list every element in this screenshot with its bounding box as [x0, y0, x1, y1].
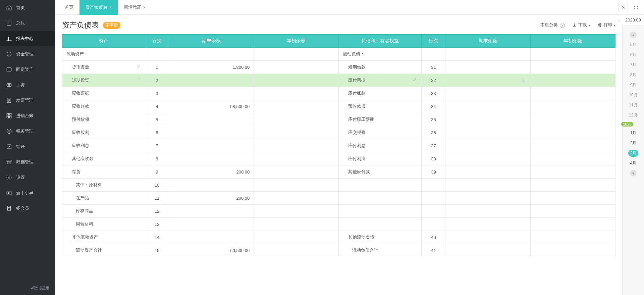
liab-cell — [339, 179, 422, 192]
endbal-cell: 1,800.00 — [169, 61, 254, 74]
sidebar-item-home[interactable]: 首页 — [0, 0, 55, 15]
balance-sheet-table: 资产 行次 期末余额 年初余额 负债和所有者权益 行次 期末余额 年初余额 流动… — [62, 34, 615, 257]
edit-icon[interactable] — [136, 64, 141, 70]
begbal-cell — [254, 100, 339, 113]
line2-cell — [422, 205, 445, 218]
table-row: 应收利息7应付利息37 — [62, 139, 615, 152]
download-label: 下载 — [578, 22, 587, 28]
edit-icon[interactable] — [413, 77, 417, 83]
sidebar-item-settings[interactable]: 设置 — [0, 170, 55, 185]
month-option[interactable]: 12月 — [627, 112, 639, 119]
sidebar: 首页总账报表中心资金管理固定资产工资发票管理进销台账税务管理结账归档管理设置新手… — [0, 0, 55, 295]
tab-label: 资产负债表 — [86, 4, 107, 10]
sidebar-item-salary[interactable]: 工资 — [0, 77, 55, 93]
sidebar-item-label: 固定资产 — [16, 66, 34, 72]
download-icon — [572, 23, 577, 28]
salary-icon — [6, 82, 12, 88]
liab-cell: 应付账款 — [339, 87, 422, 100]
reclass-toggle[interactable]: 不重分类 ? — [540, 22, 565, 28]
month-option[interactable]: 4月 — [628, 160, 639, 167]
svg-point-4 — [8, 84, 10, 86]
help-icon[interactable]: ? — [560, 23, 565, 28]
month-option[interactable]: 11月 — [627, 102, 639, 109]
month-option[interactable]: 5月 — [628, 41, 639, 48]
sidebar-item-tax[interactable]: 税务管理 — [0, 124, 55, 139]
period-down-button[interactable]: ▼ — [630, 170, 637, 177]
sidebar-item-label: 结账 — [16, 144, 25, 150]
month-option[interactable]: 6月 — [628, 51, 639, 58]
download-button[interactable]: 下载 ▾ — [572, 22, 590, 28]
sidebar-item-inventory[interactable]: 进销台账 — [0, 108, 55, 124]
expand-period-handle[interactable] — [615, 15, 622, 27]
doc-icon[interactable] — [522, 78, 526, 83]
sidebar-item-funds[interactable]: 资金管理 — [0, 46, 55, 62]
edit-icon[interactable] — [136, 77, 141, 83]
chevron-down-icon: ▾ — [613, 23, 615, 27]
tab-label: 首页 — [65, 4, 73, 10]
tab-2[interactable]: 新增凭证× — [118, 0, 152, 15]
sidebar-item-archive[interactable]: 归档管理 — [0, 154, 55, 170]
month-option[interactable]: 8月 — [628, 71, 639, 79]
tab-0[interactable]: 首页 — [59, 0, 79, 15]
table-row: 货币资金11,800.00短期借款31 — [62, 61, 615, 74]
month-option[interactable]: 3月 — [628, 150, 639, 157]
close-icon[interactable]: × — [143, 5, 146, 10]
svg-rect-12 — [7, 160, 11, 161]
sidebar-item-reports[interactable]: 报表中心 — [0, 31, 55, 46]
liab-cell: 其他流动负债 — [339, 231, 422, 244]
sidebar-item-close[interactable]: 结账 — [0, 139, 55, 154]
asset-cell: 应收票据 — [62, 87, 145, 100]
sidebar-item-assets[interactable]: 固定资产 — [0, 62, 55, 77]
table-row: 应收账款458,500.00预收款项34 — [62, 100, 615, 113]
endbal-cell — [169, 48, 254, 61]
line2-cell — [422, 179, 445, 192]
begbal-cell — [254, 139, 339, 152]
endbal2-cell — [445, 48, 530, 61]
liab-cell: 流动负债： — [339, 48, 422, 61]
month-option[interactable]: 9月 — [628, 82, 639, 89]
close-all-tabs-button[interactable] — [619, 3, 628, 12]
line2-cell: 38 — [422, 152, 445, 165]
current-period-label[interactable]: 2023.03 — [622, 15, 644, 26]
line2-cell: 36 — [422, 126, 445, 139]
line2-cell: 40 — [422, 231, 445, 244]
begbal-cell — [254, 61, 339, 74]
month-option[interactable]: 1月 — [628, 130, 639, 137]
begbal-cell — [254, 152, 339, 165]
begbal2-cell — [530, 152, 615, 165]
sidebar-item-guide[interactable]: 新手引导 — [0, 185, 55, 201]
asset-cell: 应收账款 — [62, 100, 145, 113]
liab-cell — [339, 218, 422, 231]
th-begbal: 年初余额 — [254, 35, 339, 48]
period-up-button[interactable]: ▲ — [630, 32, 637, 38]
sidebar-item-vip[interactable]: 畅会员 — [0, 201, 55, 216]
settings-icon — [6, 175, 12, 181]
begbal2-cell — [530, 139, 615, 152]
sidebar-pin-toggle[interactable]: ◂取消固定 — [0, 281, 55, 295]
endbal-cell — [169, 205, 254, 218]
tab-1[interactable]: 资产负债表× — [79, 0, 118, 15]
fullscreen-button[interactable] — [631, 3, 641, 12]
line-cell: 9 — [145, 165, 169, 179]
table-row: 其中：原材料10 — [62, 179, 615, 192]
month-option[interactable]: 10月 — [627, 92, 639, 99]
endbal2-cell — [445, 231, 530, 244]
begbal-cell — [254, 218, 339, 231]
svg-rect-11 — [7, 145, 11, 149]
endbal-cell — [169, 218, 254, 231]
table-row: 短期投资2应付票据32 — [62, 74, 615, 87]
chevron-down-icon: ▾ — [588, 23, 590, 27]
begbal2-cell — [530, 113, 615, 126]
print-button[interactable]: 打印 ▾ — [597, 22, 615, 28]
asset-cell: 其他流动资产 — [62, 231, 145, 244]
sidebar-item-ledger[interactable]: 总账 — [0, 15, 55, 31]
sidebar-item-label: 总账 — [16, 20, 25, 26]
sidebar-item-invoice[interactable]: 发票管理 — [0, 93, 55, 108]
svg-rect-0 — [7, 21, 11, 26]
th-line2: 行次 — [422, 35, 445, 48]
begbal2-cell — [530, 205, 615, 218]
guide-icon — [6, 190, 12, 196]
month-option[interactable]: 2月 — [628, 140, 639, 147]
month-option[interactable]: 7月 — [628, 61, 639, 68]
close-icon[interactable]: × — [109, 5, 112, 10]
